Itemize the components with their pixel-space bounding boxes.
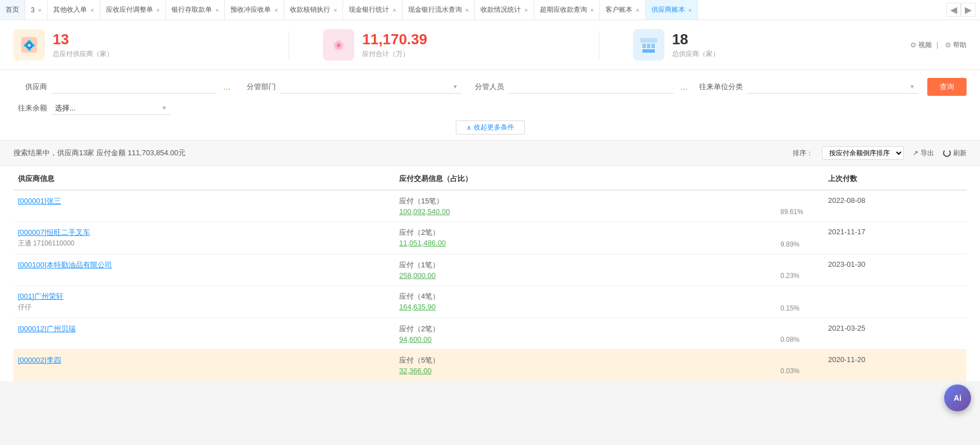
circle-icon: ⊙ (910, 41, 916, 49)
collapse-bar: ∧ 收起更多条件 (13, 120, 967, 135)
nav-tab-supplier-account[interactable]: 供应商账本 × (646, 0, 698, 20)
close-icon[interactable]: × (38, 7, 41, 13)
pct-cell-0: 89.61% (776, 190, 824, 222)
last-pay-cell-5: 2020-11-20 (824, 350, 967, 381)
total-suppliers-icon (633, 29, 664, 61)
collapse-button[interactable]: ∧ 收起更多条件 (456, 120, 525, 135)
result-bar: 搜索结果中，供应商13家 应付金额 111,703,854.00元 排序： 按应… (0, 141, 980, 166)
video-link[interactable]: 视频 (918, 40, 932, 50)
pct-cell-1: 9.89% (776, 222, 824, 254)
tx-amount-3[interactable]: 164,635.90 (399, 303, 771, 311)
tx-amount-2[interactable]: 258,000.00 (399, 271, 771, 280)
filter-supplier: 供应商 ... (13, 80, 233, 94)
nav-prev-arrow[interactable]: ◀ (946, 3, 961, 17)
pct-cell-2: 0.23% (776, 254, 824, 286)
nav-tab-cash-bank-flow[interactable]: 现金银行流水查询 × (403, 0, 475, 20)
close-icon[interactable]: × (465, 7, 469, 13)
supplier-link-1[interactable]: [000007]恒旺二手叉车 (18, 228, 90, 237)
balance-select-wrap: 选择... ▼ (52, 101, 170, 115)
nav-tab-other-income[interactable]: 其他收入单 × (48, 0, 100, 20)
supplier-cell-1: [000007]恒旺二手叉车王通 17106110000 (13, 222, 395, 254)
svg-text:🌸: 🌸 (333, 40, 344, 50)
nav-tab-overdue[interactable]: 超期应收款查询 × (534, 0, 600, 20)
tx-label-3: 应付（4笔） (399, 291, 771, 302)
supplier-link-3[interactable]: [001]广州荣轩 (18, 292, 63, 300)
col-pct (776, 166, 824, 190)
export-button[interactable]: ↗ 导出 (913, 149, 934, 158)
close-icon[interactable]: × (524, 7, 528, 13)
nav-next-arrow[interactable]: ▶ (961, 3, 976, 17)
nav-tab-supplier-account-label: 供应商账本 (651, 5, 685, 15)
tx-amount-1[interactable]: 11,051,486.00 (399, 239, 771, 247)
stat-block-total-suppliers: 18 总供应商（家） (633, 29, 875, 61)
svg-rect-8 (651, 44, 655, 48)
nav-tab-collection-verify-label: 收款核销执行 (290, 5, 330, 15)
supplier-link-0[interactable]: [000001]张三 (18, 197, 61, 205)
svg-rect-6 (642, 44, 646, 48)
supplier-sub-info-3: 仔仔 (18, 303, 390, 312)
supplier-cell-5: [000002]李四 (13, 350, 395, 381)
col-last-pay: 上次付数 (824, 166, 967, 190)
sort-select[interactable]: 按应付余额倒序排序 (822, 146, 904, 160)
table-row: [001]广州荣轩仔仔应付（4笔）164,635.900.15% (13, 286, 967, 318)
dept-select-wrap: ▼ (280, 80, 462, 94)
close-icon[interactable]: × (590, 7, 594, 13)
nav-tab-cash-bank-stat[interactable]: 现金银行统计 × (343, 0, 402, 20)
tx-cell-3: 应付（4笔）164,635.90 (395, 286, 776, 318)
close-icon[interactable]: × (688, 7, 692, 13)
tx-amount-4[interactable]: 94,600.00 (399, 335, 771, 344)
stat-block-total-payable: 🌸 11,170.39 应付合计（万） (323, 29, 565, 61)
nav-tab-home[interactable]: 首页 (0, 0, 25, 20)
balance-select[interactable]: 选择... (52, 101, 170, 114)
result-right: 排序： 按应付余额倒序排序 ↗ 导出 刷新 (793, 146, 967, 160)
tx-amount-0[interactable]: 100,092,540.00 (399, 207, 771, 216)
close-icon[interactable]: × (274, 7, 278, 13)
filter-row-1: 供应商 ... 分管部门 ▼ 分管人员 ... 往来单位分类 (13, 78, 967, 96)
nav-tab-collection-stat[interactable]: 收款情况统计 × (475, 0, 534, 20)
nav-tab-ar-adjustment[interactable]: 应收应付调整单 × (100, 0, 166, 20)
close-icon[interactable]: × (334, 7, 337, 13)
person-dots-button[interactable]: ... (678, 82, 690, 92)
close-icon[interactable]: × (636, 7, 639, 13)
last-pay-cell-3 (824, 286, 967, 318)
total-payable-icon: 🌸 (323, 29, 354, 61)
tx-cell-0: 应付（15笔）100,092,540.00 (395, 190, 776, 222)
tx-amount-5[interactable]: 32,366.00 (399, 367, 771, 375)
supplier-input[interactable] (52, 80, 216, 94)
last-pay-cell-1: 2021-11-17 (824, 222, 967, 254)
tx-label-0: 应付（15笔） (399, 196, 771, 206)
payable-suppliers-label: 总应付供应商（家） (53, 49, 113, 59)
supplier-link-5[interactable]: [000002]李四 (18, 356, 61, 364)
refresh-button[interactable]: 刷新 (943, 149, 967, 158)
nav-tab-collection-verify[interactable]: 收款核销执行 × (284, 0, 343, 20)
help-link[interactable]: 帮助 (953, 40, 967, 50)
category-select-wrap: ▼ (747, 80, 919, 94)
nav-tab-customer-account[interactable]: 客户账本 × (600, 0, 645, 20)
close-icon[interactable]: × (392, 7, 396, 13)
tx-label-2: 应付（1笔） (399, 260, 771, 270)
close-icon[interactable]: × (215, 7, 219, 13)
nav-tab-3[interactable]: 3 × (25, 0, 48, 20)
query-button[interactable]: 查询 (927, 78, 967, 96)
nav-tab-prepay[interactable]: 预收冲应收单 × (225, 0, 284, 20)
supplier-link-4[interactable]: [000012]广州贝瑞 (18, 325, 76, 333)
supplier-cell-3: [001]广州荣轩仔仔 (13, 286, 395, 318)
close-icon[interactable]: × (156, 7, 160, 13)
stat-info-total-suppliers: 18 总供应商（家） (672, 31, 719, 59)
supplier-label: 供应商 (13, 82, 47, 92)
person-input[interactable] (509, 80, 673, 94)
pct-cell-3: 0.15% (776, 286, 824, 318)
supplier-dots-button[interactable]: ... (221, 82, 233, 92)
close-icon[interactable]: × (90, 7, 94, 13)
nav-tab-bank-deposit[interactable]: 银行存取款单 × (166, 0, 225, 20)
refresh-label: 刷新 (953, 149, 967, 158)
supplier-link-2[interactable]: [000100]本特勤油品有限公司 (18, 261, 112, 269)
dept-label: 分管部门 (242, 82, 276, 92)
dept-select[interactable] (280, 80, 462, 93)
nav-tab-other-income-label: 其他收入单 (53, 5, 87, 15)
supplier-table: 供应商信息 应付交易信息（占比） 上次付数 [000001]张三应付（15笔）1… (13, 166, 967, 381)
category-select[interactable] (747, 80, 919, 93)
tx-label-1: 应付（2笔） (399, 228, 771, 238)
nav-tab-home-label: 首页 (6, 5, 19, 15)
nav-tab-3-label: 3 (31, 6, 35, 14)
